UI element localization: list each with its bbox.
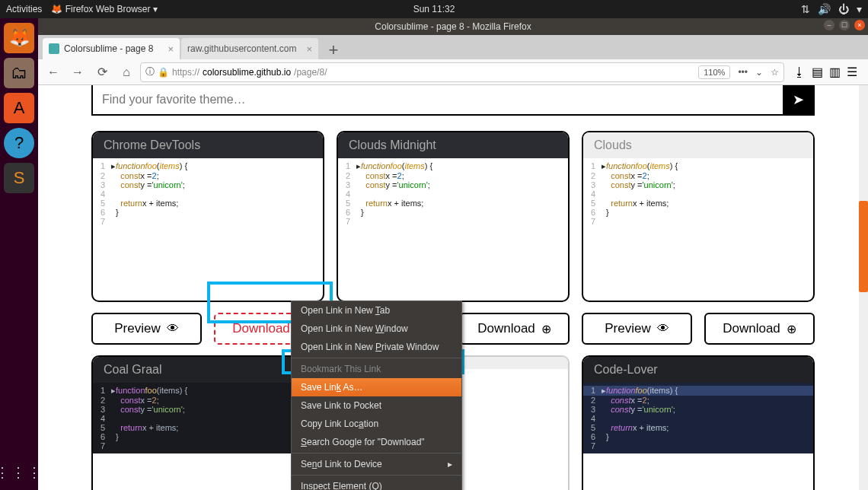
theme-title: Chrome DevTools xyxy=(93,132,323,158)
download-button[interactable]: Download ⊕ xyxy=(459,313,570,345)
ctx-open-new-tab[interactable]: Open Link in New Tab xyxy=(292,301,461,320)
home-button[interactable]: ⌂ xyxy=(116,62,137,83)
app-menu[interactable]: 🦊 Firefox Web Browser ▾ xyxy=(51,4,158,14)
ctx-search-google[interactable]: Search Google for "Download" xyxy=(292,433,461,451)
ctx-inspect-element[interactable]: Inspect Element (Q) xyxy=(292,477,461,490)
theme-title: Clouds Midnight xyxy=(338,132,568,158)
theme-card: Clouds Midnight 1▸ function foo(items) {… xyxy=(337,131,570,302)
launcher-apps-grid[interactable]: ⋮⋮⋮ xyxy=(0,464,43,481)
sidebar-icon[interactable]: ▤ xyxy=(812,65,823,79)
eye-icon: 👁 xyxy=(657,322,669,336)
page-actions-icon[interactable]: ••• xyxy=(738,67,748,78)
url-path: /page/8/ xyxy=(294,67,327,78)
ctx-save-link-as[interactable]: Save Link As… xyxy=(292,378,461,396)
tab-inactive[interactable]: raw.githubusercontent.com × xyxy=(181,38,318,59)
lock-icon: 🔒 xyxy=(158,67,169,78)
scrollbar-thumb[interactable] xyxy=(859,201,868,292)
activities-button[interactable]: Activities xyxy=(6,4,42,14)
info-icon[interactable]: ⓘ xyxy=(145,65,155,78)
ctx-copy-link[interactable]: Copy Link Location xyxy=(292,415,461,433)
network-icon[interactable]: ⇅ xyxy=(801,3,810,15)
launcher-software[interactable]: A xyxy=(4,93,34,123)
theme-card: Coal Graal 1▸ function foo(items) { 2 co… xyxy=(91,355,324,490)
eye-icon: 👁 xyxy=(167,322,179,336)
dropdown-icon[interactable]: ▾ xyxy=(857,3,862,15)
back-button[interactable]: ← xyxy=(43,62,64,83)
launcher-sublime[interactable]: S xyxy=(4,163,34,193)
context-menu: Open Link in New Tab Open Link in New Wi… xyxy=(291,301,462,490)
power-icon[interactable]: ⏻ xyxy=(838,3,849,15)
browser-tabstrip: Colorsublime - page 8 × raw.githubuserco… xyxy=(38,35,868,59)
theme-card: Code-Lover 1▸ function foo(items) { 2 co… xyxy=(582,355,815,490)
gnome-topbar: Activities 🦊 Firefox Web Browser ▾ Sun 1… xyxy=(0,0,868,18)
code-snippet: 1▸ function foo(items) { 2 const x = 2; … xyxy=(93,383,323,453)
search-go-button[interactable]: ➤ xyxy=(783,85,813,114)
tab-close-icon[interactable]: × xyxy=(168,43,174,55)
library-icon[interactable]: ▥ xyxy=(829,65,841,79)
code-snippet: 1▸ function foo(items) { 2 const x = 2; … xyxy=(583,383,813,453)
launcher-help[interactable]: ? xyxy=(4,128,34,158)
window-titlebar: Colorsublime - page 8 - Mozilla Firefox … xyxy=(38,18,868,35)
volume-icon[interactable]: 🔊 xyxy=(818,3,831,15)
code-snippet: 1▸ function foo(items) { 2 const x = 2; … xyxy=(338,158,568,229)
url-bar[interactable]: ⓘ 🔒 https://colorsublime.github.io/page/… xyxy=(140,62,784,82)
launcher-firefox[interactable]: 🦊 xyxy=(4,23,34,53)
preview-button[interactable]: Preview 👁 xyxy=(582,313,692,345)
url-scheme: https:// xyxy=(172,67,199,78)
favicon-icon xyxy=(49,43,59,54)
downloads-icon[interactable]: ⭳ xyxy=(793,65,806,79)
hamburger-menu-icon[interactable]: ☰ xyxy=(847,65,857,79)
browser-toolbar: ← → ⟳ ⌂ ⓘ 🔒 https://colorsublime.github.… xyxy=(38,59,868,85)
pocket-icon[interactable]: ⌄ xyxy=(755,67,763,78)
theme-title: Code-Lover xyxy=(583,357,813,383)
ctx-send-to-device[interactable]: Send Link to Device▸ xyxy=(292,455,461,473)
preview-button[interactable]: Preview 👁 xyxy=(91,313,202,345)
reload-button[interactable]: ⟳ xyxy=(91,62,113,83)
ctx-open-private[interactable]: Open Link in New Private Window xyxy=(292,338,461,356)
theme-title: Coal Graal xyxy=(93,357,323,383)
code-snippet: 1▸ function foo(items) { 2 const x = 2; … xyxy=(93,158,323,229)
theme-title: Clouds xyxy=(583,132,813,158)
tab-label: raw.githubusercontent.com xyxy=(187,43,296,54)
download-button[interactable]: Download ⊕ xyxy=(704,313,815,345)
url-host: colorsublime.github.io xyxy=(203,67,291,78)
window-close[interactable]: × xyxy=(854,20,865,30)
forward-button[interactable]: → xyxy=(67,62,88,83)
download-icon: ⊕ xyxy=(541,322,551,336)
clock[interactable]: Sun 11:32 xyxy=(413,4,455,14)
zoom-level[interactable]: 110% xyxy=(698,65,730,79)
window-maximize[interactable]: ☐ xyxy=(839,20,850,30)
window-minimize[interactable]: – xyxy=(824,20,834,30)
window-title: Colorsublime - page 8 - Mozilla Firefox xyxy=(375,21,531,32)
search-input[interactable] xyxy=(93,93,783,107)
ctx-save-pocket[interactable]: Save Link to Pocket xyxy=(292,396,461,415)
tab-active[interactable]: Colorsublime - page 8 × xyxy=(43,38,180,59)
code-snippet: 1▸ function foo(items) { 2 const x = 2; … xyxy=(583,158,813,229)
launcher-files[interactable]: 🗂 xyxy=(4,58,34,88)
theme-card: Clouds 1▸ function foo(items) { 2 const … xyxy=(582,131,815,302)
scrollbar[interactable] xyxy=(859,85,868,490)
theme-search-bar: ➤ xyxy=(91,85,815,116)
new-tab-button[interactable]: + xyxy=(324,41,343,59)
bookmark-star-icon[interactable]: ☆ xyxy=(771,67,779,78)
ctx-open-new-window[interactable]: Open Link in New Window xyxy=(292,320,461,338)
tab-close-icon[interactable]: × xyxy=(306,43,312,55)
theme-card: Chrome DevTools 1▸ function foo(items) {… xyxy=(91,131,324,302)
launcher-dock: 🦊 🗂 A ? S ⋮⋮⋮ xyxy=(0,18,38,490)
ctx-bookmark-link[interactable]: Bookmark This Link xyxy=(292,360,461,378)
download-icon: ⊕ xyxy=(787,322,796,336)
tab-label: Colorsublime - page 8 xyxy=(64,43,153,54)
